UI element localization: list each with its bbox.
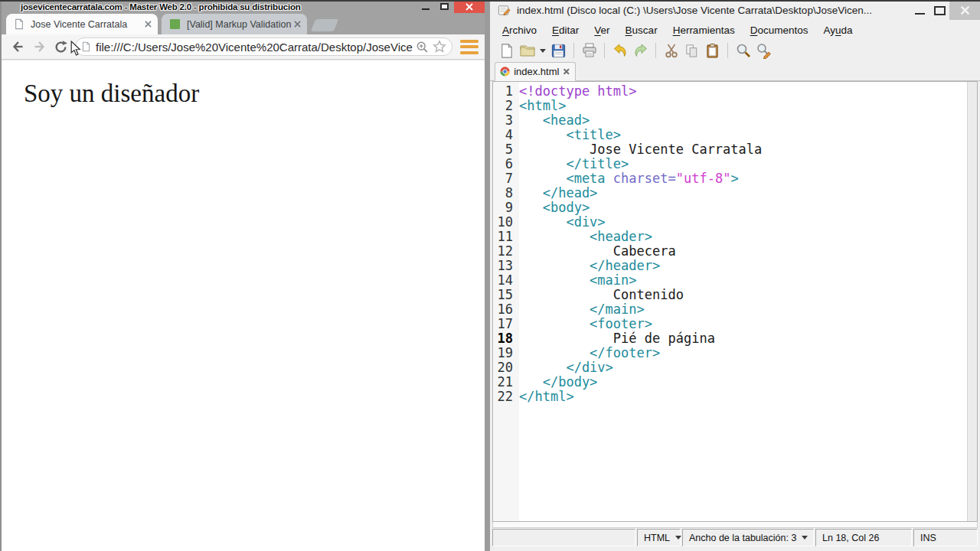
line-number: 19 <box>493 346 519 360</box>
line-number: 21 <box>493 375 519 390</box>
tab-width-value: 3 <box>791 533 796 543</box>
back-button[interactable] <box>8 37 28 57</box>
vertical-scrollbar[interactable] <box>967 82 977 521</box>
tab-width-label: Ancho de la tabulación: <box>689 533 789 543</box>
code-line: 13 </header> <box>493 259 977 273</box>
menu-archivo[interactable]: Archivo <box>495 22 544 38</box>
omnibox-url-bar[interactable]: file:///C:/Users/Jose%20Vicente%20Carrat… <box>75 37 452 56</box>
browser-maximize-button[interactable] <box>435 0 454 13</box>
line-number: 16 <box>493 302 519 317</box>
code-line: 10 <div> <box>493 215 977 230</box>
menu-ver[interactable]: Ver <box>586 22 617 38</box>
line-number: 5 <box>493 142 519 157</box>
tab-markup-validation[interactable]: [Valid] Markup Validation <box>162 14 307 34</box>
line-number: 17 <box>493 317 519 331</box>
redo-button[interactable] <box>630 41 651 61</box>
tab-jose-vicente-carratala[interactable]: Jose Vicente Carratala <box>6 14 158 34</box>
status-message-area <box>492 529 635 546</box>
document-tab-close-icon[interactable] <box>563 67 570 76</box>
code-line: 5 Jose Vicente Carratala <box>493 142 977 157</box>
tab-width-selector[interactable]: Ancho de la tabulación: 3 <box>682 529 814 546</box>
open-file-button[interactable] <box>517 41 537 61</box>
chevron-down-icon <box>802 536 808 540</box>
browser-tab-bar: Jose Vicente Carratala [Valid] Markup Va… <box>6 14 336 34</box>
watermark-text: josevicentecarratala.com - Master Web 2.… <box>21 2 301 11</box>
editor-close-button[interactable] <box>949 2 980 20</box>
status-bar: HTML Ancho de la tabulación: 3 Ln 18, Co… <box>492 529 978 546</box>
code-line: 17 <footer> <box>493 317 977 331</box>
tab-close-icon[interactable] <box>145 21 152 28</box>
close-icon <box>960 5 970 15</box>
editor-window-controls <box>910 2 980 20</box>
paste-button[interactable] <box>702 41 723 61</box>
reload-button[interactable] <box>51 37 70 57</box>
maximize-icon <box>440 3 449 10</box>
print-button[interactable] <box>579 41 599 61</box>
save-button[interactable] <box>548 41 569 61</box>
line-number: 8 <box>493 186 519 201</box>
chevron-down-icon <box>675 536 681 540</box>
minimize-icon <box>915 13 925 15</box>
line-number: 2 <box>493 99 519 113</box>
toolbar-separator <box>604 43 605 58</box>
new-file-button[interactable] <box>496 41 517 61</box>
search-button[interactable] <box>733 41 753 61</box>
code-line: 9 <body> <box>493 201 977 215</box>
code-line: 4 <title> <box>493 128 977 142</box>
cut-button[interactable] <box>661 41 681 61</box>
code-line: 21 </body> <box>493 375 977 390</box>
insert-mode-indicator[interactable]: INS <box>913 529 978 546</box>
browser-close-button[interactable] <box>454 0 485 13</box>
line-number: 12 <box>493 244 519 259</box>
menu-buscar[interactable]: Buscar <box>618 22 665 38</box>
browser-window: josevicentecarratala.com - Master Web 2.… <box>0 0 490 551</box>
back-icon <box>11 40 25 54</box>
forward-button[interactable] <box>29 37 49 57</box>
window-title: index.html (Disco local (C:) \Users\Jose… <box>517 5 903 16</box>
chrome-menu-button[interactable] <box>460 40 479 54</box>
copy-button[interactable] <box>681 41 702 61</box>
browser-window-controls <box>416 0 485 13</box>
forward-icon <box>32 40 47 54</box>
code-line: 6 </title> <box>493 157 977 171</box>
editor-maximize-button[interactable] <box>929 2 949 19</box>
maximize-icon <box>934 6 946 15</box>
menu-documentos[interactable]: Documentos <box>743 22 816 38</box>
browser-minimize-button[interactable] <box>416 0 435 13</box>
url-text[interactable]: file:///C:/Users/Jose%20Vicente%20Carrat… <box>96 41 413 54</box>
menu-herramientas[interactable]: Herramientas <box>665 22 743 38</box>
reload-icon <box>54 40 68 54</box>
language-selector[interactable]: HTML <box>637 529 681 546</box>
editor-minimize-button[interactable] <box>910 2 929 19</box>
code-line: 12 Cabecera <box>493 244 977 259</box>
code-line: 2<html> <box>493 99 977 113</box>
toolbar-separator <box>727 43 728 58</box>
page-icon <box>81 41 91 52</box>
line-number: 13 <box>493 259 519 273</box>
mouse-cursor <box>70 41 82 56</box>
code-editor[interactable]: 1<!doctype html>2<html>3 <head>4 <title>… <box>492 81 978 522</box>
menu-bar: ArchivoEditarVerBuscarHerramientasDocume… <box>490 21 980 39</box>
open-recent-dropdown[interactable] <box>537 41 548 61</box>
scissors-cut-icon <box>663 42 680 59</box>
undo-button[interactable] <box>609 41 630 61</box>
line-number: 22 <box>493 390 519 404</box>
new-tab-button[interactable] <box>311 19 338 31</box>
code-line: 22</html> <box>493 390 977 404</box>
zoom-in-icon[interactable] <box>416 41 429 54</box>
menu-editar[interactable]: Editar <box>544 22 586 38</box>
code-line: 16 </main> <box>493 302 977 317</box>
line-number: 3 <box>493 113 519 128</box>
document-tab-index-html[interactable]: index.html <box>495 62 576 81</box>
bookmark-star-icon[interactable] <box>433 40 446 54</box>
new-file-icon <box>498 43 514 59</box>
screen-top-border <box>0 0 980 2</box>
page-favicon-icon <box>14 18 24 30</box>
line-number: 4 <box>493 128 519 142</box>
menu-ayuda[interactable]: Ayuda <box>815 22 860 38</box>
chrome-favicon-icon <box>500 66 510 77</box>
tab-close-icon[interactable] <box>294 21 301 28</box>
horizontal-scrollbar[interactable] <box>492 522 978 528</box>
search-replace-button[interactable] <box>753 41 774 61</box>
line-number: 9 <box>493 201 519 215</box>
